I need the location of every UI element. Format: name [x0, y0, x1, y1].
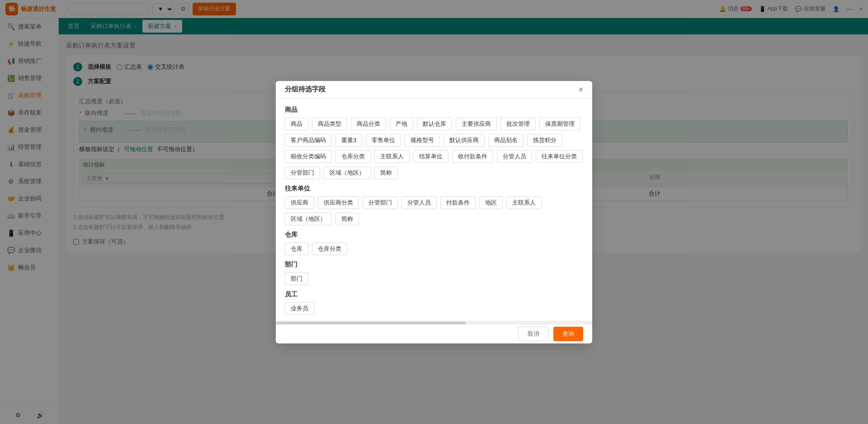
field-grid-partner: 供应商 供应商分类 分管部门 分管人员 付款条件 地区 主联系人 区域（地区） …	[285, 196, 583, 225]
section-title-dept: 部门	[285, 261, 583, 269]
field-tag[interactable]: 仓库分类	[335, 150, 371, 163]
cancel-button[interactable]: 取消	[518, 327, 549, 341]
field-tag[interactable]: 规格型号	[405, 134, 440, 147]
modal-title: 分组待选字段	[285, 85, 326, 94]
field-tag[interactable]: 地区	[479, 196, 503, 209]
field-tag[interactable]: 税收分类编码	[285, 150, 332, 163]
modal-overlay: 分组待选字段 × 商品 商品 商品类型 商品分类 产地 默认仓库 主要供应商 批…	[0, 0, 868, 424]
modal-footer: 取消 查询	[276, 324, 592, 343]
confirm-button[interactable]: 查询	[553, 327, 583, 341]
modal-close-button[interactable]: ×	[578, 86, 583, 94]
field-grid-staff: 业务员	[285, 302, 583, 315]
field-tag[interactable]: 主要供应商	[456, 118, 497, 130]
field-tag[interactable]: 商品分类	[351, 118, 386, 130]
field-tag[interactable]: 客户商品编码	[285, 134, 332, 147]
field-tag[interactable]: 分管人员	[401, 196, 437, 209]
field-tag[interactable]: 仓库	[285, 243, 308, 255]
field-tag[interactable]: 产地	[390, 118, 413, 130]
field-tag[interactable]: 保质期管理	[539, 118, 580, 130]
field-grid-warehouse: 仓库 仓库分类	[285, 243, 583, 255]
field-grid-dept: 部门	[285, 272, 583, 285]
field-tag[interactable]: 供应商	[285, 196, 314, 209]
modal-header: 分组待选字段 ×	[276, 81, 592, 99]
modal-body: 商品 商品 商品类型 商品分类 产地 默认仓库 主要供应商 批次管理 保质期管理…	[276, 99, 592, 321]
field-tag[interactable]: 主联系人	[506, 196, 542, 209]
field-tag[interactable]: 收付款条件	[452, 150, 493, 163]
field-tag[interactable]: 商品类型	[312, 118, 347, 130]
field-tag[interactable]: 分管部门	[363, 196, 398, 209]
field-tag[interactable]: 结算单位	[413, 150, 448, 163]
modal-horizontal-scrollbar[interactable]	[276, 321, 592, 324]
field-tag[interactable]: 仓库分类	[312, 243, 347, 255]
modal-field-selector: 分组待选字段 × 商品 商品 商品类型 商品分类 产地 默认仓库 主要供应商 批…	[276, 81, 592, 343]
section-title-partner: 往来单位	[285, 185, 583, 193]
field-tag[interactable]: 拣货积分	[527, 134, 562, 147]
field-tag[interactable]: 默认仓库	[417, 118, 452, 130]
field-tag[interactable]: 付款条件	[440, 196, 476, 209]
field-tag[interactable]: 往来单位分类	[536, 150, 583, 163]
field-grid-product: 商品 商品类型 商品分类 产地 默认仓库 主要供应商 批次管理 保质期管理 客户…	[285, 118, 583, 179]
field-tag[interactable]: 供应商分类	[318, 196, 359, 209]
field-tag[interactable]: 主联系人	[374, 150, 410, 163]
field-tag[interactable]: 重量3	[335, 134, 362, 147]
section-title-product: 商品	[285, 106, 583, 114]
field-tag[interactable]: 默认供应商	[443, 134, 485, 147]
field-tag[interactable]: 商品别名	[488, 134, 524, 147]
field-tag[interactable]: 商品	[285, 118, 308, 130]
field-tag[interactable]: 业务员	[285, 302, 314, 315]
field-tag[interactable]: 分管部门	[285, 167, 320, 179]
field-tag[interactable]: 简称	[374, 167, 398, 179]
field-tag[interactable]: 零售单位	[366, 134, 401, 147]
field-tag[interactable]: 分管人员	[497, 150, 532, 163]
section-title-staff: 员工	[285, 291, 583, 299]
field-tag[interactable]: 批次管理	[500, 118, 536, 130]
field-tag[interactable]: 部门	[285, 272, 308, 285]
section-title-warehouse: 仓库	[285, 231, 583, 239]
field-tag[interactable]: 区域（地区）	[285, 213, 332, 225]
scrollbar-thumb	[276, 322, 466, 324]
field-tag[interactable]: 区域（地区）	[324, 167, 371, 179]
field-tag[interactable]: 简称	[335, 213, 359, 225]
